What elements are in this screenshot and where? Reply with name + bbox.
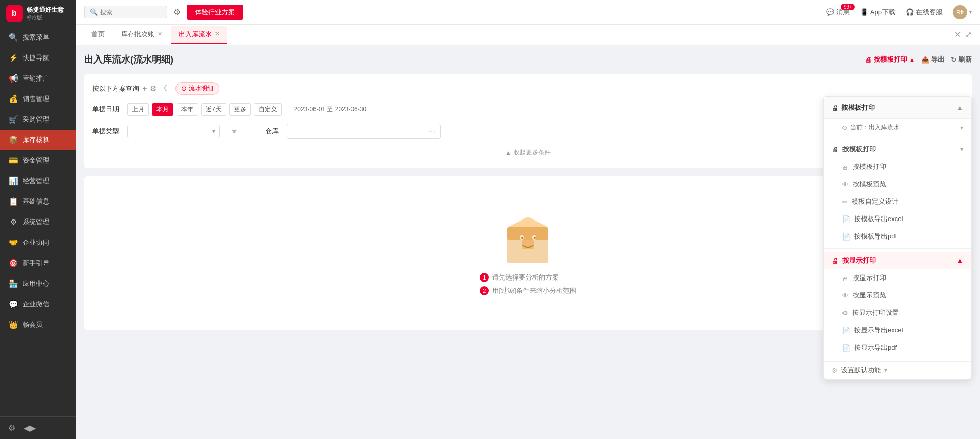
sidebar-item-wechat[interactable]: 💬 企业微信 [0,294,76,314]
dropdown-item-template-excel[interactable]: 📄 按模板导出excel [824,210,971,228]
dropdown-section-display-header[interactable]: 🖨 按显示打印 ▲ [824,252,971,269]
dropdown-panel-collapse-icon[interactable]: ▲ [956,104,963,112]
avatar: Rit [953,5,967,19]
set-default-item[interactable]: ⚙ 设置默认功能 ▾ [832,366,887,375]
print-header-icon: 🖨 [832,104,838,112]
app-download-item[interactable]: 📱 App下载 [860,8,895,17]
dropdown-item-display-excel[interactable]: 📄 按显示导出excel [824,322,971,339]
dropdown-item-template-pdf[interactable]: 📄 按模板导出pdf [824,228,971,245]
tab-inventory-flow[interactable]: 出入库流水 ✕ [171,26,227,44]
dropdown-panel-header: 🖨 按模板打印 ▲ [824,97,971,119]
settings-icon[interactable]: ⚙ [8,423,15,433]
divider-2 [824,248,971,249]
display-pdf-icon: 📄 [842,344,850,352]
sidebar-item-purchase[interactable]: 🛒 采购管理 [0,109,76,130]
svg-point-7 [534,237,536,239]
sidebar-item-app-center[interactable]: 🏪 应用中心 [0,273,76,294]
tabs-bar: 首页 库存批次账 ✕ 出入库流水 ✕ ✕ ⤢ [76,25,980,45]
collapse-btn[interactable]: ▲ 收起更多条件 [505,145,551,160]
template-pdf-icon: 📄 [842,233,850,241]
page-title-actions: 🖨 按模板打印 ▲ 📤 导出 ↻ 刷新 [865,55,972,64]
current-selection-icon: ⊙ [842,124,847,131]
header-gear-icon[interactable]: ⚙ [173,7,181,17]
sidebar-item-sales[interactable]: 💰 销售管理 [0,89,76,109]
filter-setting-icon[interactable]: ⚙ [150,84,156,93]
sidebar-item-quick-nav[interactable]: ⚡ 快捷导航 [0,48,76,68]
dropdown-section-template-header[interactable]: 🖨 按模板打印 ▾ [824,141,971,158]
current-selection-arrow: ▾ [960,124,963,131]
display-excel-icon: 📄 [842,327,850,334]
date-btn-current-year[interactable]: 本年 [177,103,198,116]
dropdown-item-template-preview[interactable]: 👁 按模板预览 [824,175,971,193]
export-btn[interactable]: 📤 导出 [921,55,945,64]
warehouse-more-btn[interactable]: ··· [428,127,435,136]
close-window-btn[interactable]: ✕ [954,30,961,39]
display-settings-icon: ⚙ [842,309,848,317]
empty-illustration [497,209,559,271]
headset-icon: 🎧 [906,8,914,16]
sidebar-item-cooperation[interactable]: 🤝 企业协同 [0,232,76,253]
header-search-box[interactable]: 🔍 [84,6,167,18]
tip-item-2: 2 用[过滤]条件来缩小分析范围 [480,284,576,297]
sidebar-item-system[interactable]: ⚙ 系统管理 [0,212,76,232]
sidebar-item-operation[interactable]: 📊 经营管理 [0,171,76,191]
date-btn-custom[interactable]: 自定义 [254,103,282,116]
dropdown-item-display-pdf[interactable]: 📄 按显示导出pdf [824,339,971,356]
template-preview-icon: 👁 [842,181,849,188]
user-avatar-item[interactable]: Rit ▾ [953,5,972,19]
dropdown-section-template: 🖨 按模板打印 ▾ 🖨 按模板打印 👁 按模板预览 ✏ 模板自定义设计 [824,138,971,247]
basic-icon: 📋 [8,196,18,207]
date-btn-more[interactable]: 更多 [229,103,251,116]
sidebar-item-basic[interactable]: 📋 基础信息 [0,191,76,212]
tab-inventory-flow-close[interactable]: ✕ [215,31,220,37]
filter-collapse-icon[interactable]: 《 [160,84,167,93]
wechat-icon: 💬 [8,299,18,309]
sidebar-item-finance[interactable]: 💳 资金管理 [0,150,76,171]
dropdown-item-display-preview[interactable]: 👁 按显示预览 [824,287,971,304]
logo-text: 畅捷通好生意 标准版 [27,6,64,22]
dropdown-item-template-custom[interactable]: ✏ 模板自定义设计 [824,193,971,210]
toggle-sidebar-icon[interactable]: ◀▶ [24,423,36,433]
app-download-icon: 📱 [860,8,868,16]
sidebar-item-guide[interactable]: 🎯 新手引导 [0,253,76,273]
dropdown-item-template-print[interactable]: 🖨 按模板打印 [824,158,971,175]
sidebar-item-marketing[interactable]: 📢 营销推广 [0,68,76,89]
message-item[interactable]: 💬 消息 99+ [826,8,850,17]
industry-btn[interactable]: 体验行业方案 [187,5,243,20]
search-input[interactable] [100,9,162,16]
dropdown-panel-title: 🖨 按模板打印 [832,103,875,112]
dropdown-section-display: 🖨 按显示打印 ▲ 🖨 按显示打印 👁 按显示预览 ⚙ 按显示打印设置 [824,250,971,358]
sidebar-item-search-menu[interactable]: 🔍 搜索菜单 [0,27,76,48]
dropdown-item-display-settings[interactable]: ⚙ 按显示打印设置 [824,304,971,322]
guide-icon: 🎯 [8,258,18,268]
voucher-type-select[interactable] [127,125,220,138]
date-btn-last-month[interactable]: 上月 [127,103,149,116]
chevron-down-icon: ▾ [969,9,972,15]
logo-icon: b [6,5,23,22]
filter-tag: ⊙ 流水明细 [175,82,219,95]
sidebar: b 畅捷通好生意 标准版 🔍 搜索菜单 ⚡ 快捷导航 📢 营销推广 💰 销售管理… [0,0,76,439]
refresh-btn[interactable]: ↻ 刷新 [951,55,972,64]
sidebar-menu: 🔍 搜索菜单 ⚡ 快捷导航 📢 营销推广 💰 销售管理 🛒 采购管理 📦 库存核… [0,27,76,416]
main-area: 🔍 ⚙ 体验行业方案 💬 消息 99+ 📱 App下载 🎧 在线客服 Rit [76,0,980,439]
system-icon: ⚙ [8,217,18,227]
date-btn-current-month[interactable]: 本月 [152,103,173,116]
tab-home[interactable]: 首页 [84,26,112,44]
online-service-item[interactable]: 🎧 在线客服 [906,8,943,17]
dropdown-item-display-print[interactable]: 🖨 按显示打印 [824,269,971,287]
tab-batch-account-close[interactable]: ✕ [158,31,162,37]
template-print-item-icon: 🖨 [842,163,849,171]
date-btn-last-7days[interactable]: 近7天 [201,103,226,116]
page-content: 出入库流水(流水明细) 🖨 按模板打印 ▲ 📤 导出 ↻ 刷新 [76,45,980,439]
voucher-type-more[interactable]: ▾ [232,126,237,137]
expand-window-btn[interactable]: ⤢ [965,30,972,39]
date-range: 2023-06-01 至 2023-06-30 [294,105,366,114]
sidebar-item-vip[interactable]: 👑 畅会员 [0,314,76,335]
filter-add-icon[interactable]: + [142,84,147,93]
tab-batch-account[interactable]: 库存批次账 ✕ [114,26,169,44]
set-default-arrow: ▾ [884,367,887,374]
print-template-btn[interactable]: 🖨 按模板打印 ▲ [865,55,915,64]
search-icon: 🔍 [90,8,98,16]
sidebar-item-inventory[interactable]: 📦 库存核算 [0,130,76,150]
top-header: 🔍 ⚙ 体验行业方案 💬 消息 99+ 📱 App下载 🎧 在线客服 Rit [76,0,980,25]
